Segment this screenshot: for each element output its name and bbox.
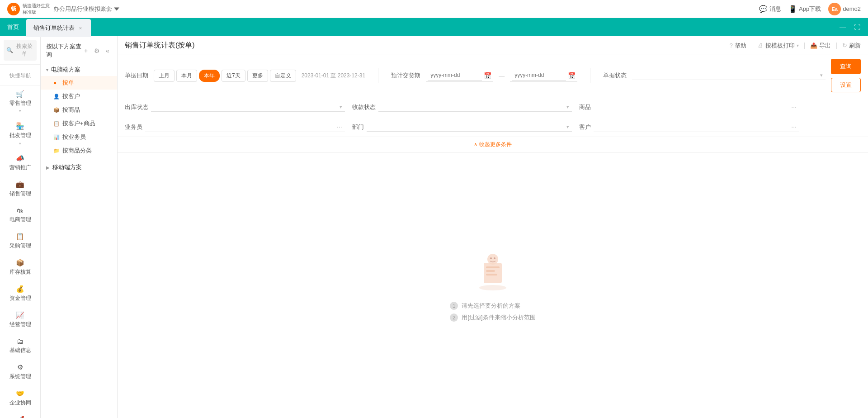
logo-line1: 畅捷通好生意	[23, 3, 50, 9]
tab-sales-order-stats[interactable]: 销售订单统计表 ×	[26, 19, 91, 37]
scheme-category-mobile-header[interactable]: ▶ 移动端方案	[41, 161, 117, 174]
sidebar-item-finance[interactable]: 💰 资金管理	[0, 280, 40, 307]
date-btn-custom[interactable]: 自定义	[270, 70, 296, 82]
date-btn-this-month[interactable]: 本月	[176, 70, 197, 82]
date-range-text: 2023-01-01 至 2023-12-31	[302, 72, 365, 80]
message-action[interactable]: 💬 消息	[759, 5, 781, 13]
logo-area: 畅 畅捷通好生意 标准版	[7, 3, 50, 15]
mobile-category-expand-icon: ▶	[46, 165, 50, 170]
sidebar-item-ecommerce[interactable]: 🛍 电商管理	[0, 202, 40, 228]
maximize-button[interactable]: ⛶	[852, 22, 863, 33]
customer-ellipsis[interactable]: ···	[791, 123, 797, 130]
purchase-label: 采购管理	[9, 242, 31, 250]
sidebar-item-newbie[interactable]: 🚀 新手引导	[0, 411, 40, 418]
top-bar-left: 畅 畅捷通好生意 标准版 办公用品行业模拟账套	[7, 3, 119, 15]
settings-button[interactable]: 设置	[831, 78, 861, 92]
date-btn-more[interactable]: 更多	[247, 70, 268, 82]
purchase-icon: 📋	[16, 233, 24, 241]
sidebar-item-wholesale[interactable]: 🏪 批发管理 ▴	[0, 118, 40, 150]
system-icon: ⚙	[17, 363, 23, 371]
tab-close-icon[interactable]: ×	[77, 25, 84, 31]
scheme-item-by-customer-product[interactable]: 📋 按客户+商品	[41, 117, 117, 130]
inventory-label: 库存核算	[9, 268, 31, 276]
main-content: 销售订单统计表(按单) ? 帮助 🖨 按模板打印 ▾	[118, 36, 868, 418]
department-select[interactable]: ▾	[367, 123, 572, 132]
app-download-action[interactable]: 📱 App下载	[788, 5, 821, 13]
action-separator-2	[804, 43, 805, 49]
query-button[interactable]: 查询	[831, 59, 861, 74]
date-btn-last-7[interactable]: 近7天	[222, 70, 245, 82]
scheme-item-by-category-label: 按商品分类	[62, 147, 92, 155]
scheme-settings-button[interactable]: ⚙	[93, 47, 101, 55]
message-icon: 💬	[759, 5, 768, 13]
scheme-item-by-salesperson-label: 按业务员	[62, 133, 86, 141]
tab-home[interactable]: 首页	[0, 18, 26, 36]
sidebar-item-system[interactable]: ⚙ 系统管理	[0, 359, 40, 385]
action-separator-1	[752, 43, 752, 49]
scheme-item-by-customer[interactable]: 👤 按客户	[41, 90, 117, 103]
expected-date-from-input[interactable]	[428, 70, 482, 81]
svg-rect-2	[486, 266, 500, 268]
help-button[interactable]: ? 帮助	[730, 42, 746, 50]
payment-status-select[interactable]: ▾	[378, 103, 572, 112]
export-button[interactable]: 📤 导出	[810, 42, 831, 50]
tip-1-text: 请先选择要分析的方案	[462, 302, 520, 310]
minimize-button[interactable]: —	[837, 22, 848, 33]
status-select[interactable]: ▾	[632, 71, 826, 80]
date-btn-this-year[interactable]: 本年	[199, 70, 220, 82]
goods-ellipsis[interactable]: ···	[791, 103, 797, 110]
calendar-icon-from[interactable]: 📅	[484, 72, 491, 79]
sidebar-item-purchase[interactable]: 📋 采购管理	[0, 228, 40, 254]
user-name: demo2	[843, 5, 861, 12]
scheme-panel: 按以下方案查询 + ⚙ « ▾ 电脑端方案	[41, 36, 118, 418]
scheme-item-by-category[interactable]: 📁 按商品分类	[41, 144, 117, 157]
expected-date-to-input[interactable]	[512, 70, 566, 81]
sidebar-item-basics[interactable]: 🗂 基础信息	[0, 333, 40, 359]
expected-date-from-group: 📅	[426, 69, 493, 82]
collapse-more-button[interactable]: ∧ 收起更多条件	[118, 137, 868, 152]
delivery-status-select[interactable]: ▾	[151, 103, 345, 112]
sidebar-item-operations[interactable]: 📈 经营管理	[0, 307, 40, 333]
finance-icon: 💰	[16, 285, 24, 293]
svg-point-6	[490, 257, 492, 259]
scheme-collapse-button[interactable]: «	[104, 47, 112, 55]
scheme-item-by-order[interactable]: ● 按单	[41, 76, 117, 90]
scheme-panel-title: 按以下方案查询	[46, 43, 82, 59]
tab-sales-label: 销售订单统计表	[33, 24, 75, 32]
refresh-button[interactable]: ↻ 刷新	[842, 42, 861, 50]
goods-input[interactable]: ···	[594, 102, 799, 112]
logo-icon: 畅	[7, 3, 20, 15]
calendar-icon-to[interactable]: 📅	[568, 72, 576, 79]
salesperson-input[interactable]: ···	[145, 122, 345, 132]
sidebar-item-sales[interactable]: 💼 销售管理	[0, 176, 40, 202]
scheme-item-by-product[interactable]: 📦 按商品	[41, 103, 117, 117]
customer-input[interactable]: ···	[594, 122, 799, 132]
filter-row-2: 出库状态 ▾ 收款状态 ▾ 商品	[118, 97, 868, 117]
workspace-selector[interactable]: 办公用品行业模拟账套	[53, 5, 119, 13]
scheme-category-pc-header[interactable]: ▾ 电脑端方案	[41, 63, 117, 76]
basics-icon: 🗂	[17, 337, 24, 345]
window-controls: — ⛶	[837, 22, 868, 33]
sidebar-item-enterprise[interactable]: 🤝 企业协同	[0, 385, 40, 411]
status-dropdown-icon: ▾	[820, 72, 823, 78]
collapse-more-area: ∧ 收起更多条件	[118, 137, 868, 152]
scheme-add-button[interactable]: +	[82, 47, 90, 55]
sidebar-item-inventory[interactable]: 📦 库存核算	[0, 254, 40, 280]
user-profile[interactable]: Ea demo2	[828, 3, 861, 15]
filter-row-1: 单据日期 上月 本月 本年 近7天 更多 自定义 2023-01-01 至 20…	[118, 54, 868, 97]
date-buttons-group: 上月 本月 本年 近7天 更多 自定义	[154, 70, 296, 82]
sidebar-search-button[interactable]: 🔍 搜索菜单	[4, 40, 37, 61]
scheme-item-by-order-label: 按单	[62, 79, 74, 87]
page-header: 销售订单统计表(按单) ? 帮助 🖨 按模板打印 ▾	[118, 36, 868, 54]
retail-icon: 🛒	[16, 90, 24, 98]
date-btn-last-month[interactable]: 上月	[154, 70, 175, 82]
template-print-button[interactable]: 🖨 按模板打印 ▾	[758, 42, 799, 50]
print-icon: 🖨	[758, 42, 764, 49]
salesperson-ellipsis[interactable]: ···	[337, 123, 342, 130]
scheme-item-by-salesperson[interactable]: 📊 按业务员	[41, 130, 117, 144]
scheme-item-by-customer-label: 按客户	[62, 92, 80, 100]
department-group: 部门 ▾	[352, 123, 572, 132]
enterprise-icon: 🤝	[16, 390, 24, 398]
sidebar-item-retail[interactable]: 🛒 零售管理 ▾	[0, 86, 40, 118]
sidebar-item-marketing[interactable]: 📣 营销推广	[0, 150, 40, 176]
